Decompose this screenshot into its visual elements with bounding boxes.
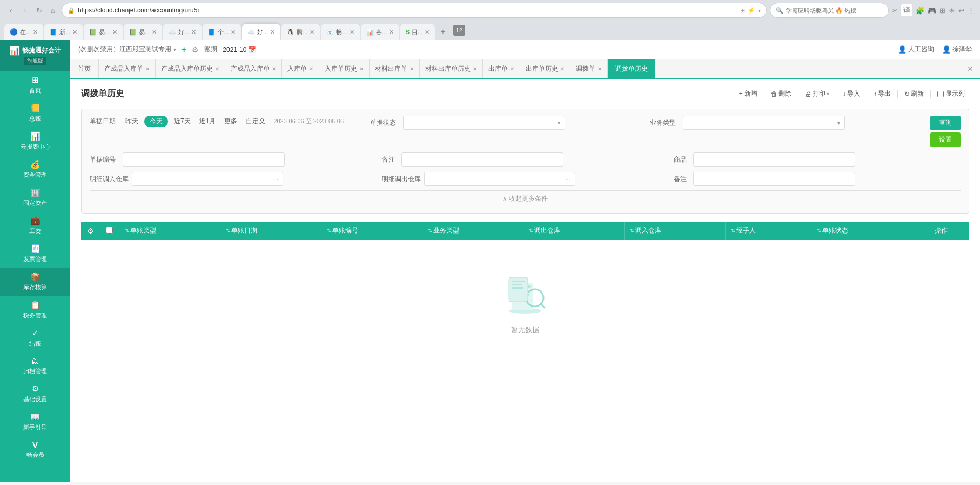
browser-search-bar[interactable]: 🔍 学霸应聘场驱鸟员 🔥 热搜 — [770, 3, 889, 18]
tab-inbound-history[interactable]: 入库单历史 ✕ — [319, 59, 370, 78]
date-7days-btn[interactable]: 近7天 — [171, 116, 193, 127]
sidebar-item-invoice[interactable]: 🧾 发票管理 — [0, 240, 70, 268]
detail-out-input[interactable]: ··· — [424, 172, 575, 186]
sidebar-item-inventory[interactable]: 📦 库存核算 — [0, 268, 70, 296]
th-in-warehouse[interactable]: ⇅ 调入仓库 — [625, 222, 726, 240]
sidebar-item-fixed-assets[interactable]: 🏢 固定资产 — [0, 183, 70, 211]
doc-number-input[interactable] — [123, 152, 285, 167]
th-doc-no[interactable]: ⇅ 单账编号 — [321, 222, 422, 240]
th-doc-date[interactable]: ⇅ 单账日期 — [220, 222, 321, 240]
tab-transfer[interactable]: 调拨单 ✕ — [570, 59, 608, 78]
th-doc-status[interactable]: ⇅ 单账状态 — [811, 222, 912, 240]
date-yesterday-btn[interactable]: 昨天 — [123, 116, 141, 127]
detail-in-input[interactable]: ··· — [132, 172, 283, 186]
tab-outbound-history[interactable]: 出库单历史 ✕ — [520, 59, 570, 78]
browser-tab-1[interactable]: 🔵 在... ✕ — [4, 24, 43, 40]
tab-inbound[interactable]: 入库单 ✕ — [282, 59, 319, 78]
tab-material-outbound[interactable]: 材料出库单 ✕ — [370, 59, 420, 78]
import-btn[interactable]: ↓ 导入 — [838, 87, 864, 101]
new-btn[interactable]: + 新增 — [735, 87, 762, 101]
settings-button[interactable]: 设置 — [930, 132, 961, 147]
browser-tab-8[interactable]: 📧 畅... ✕ — [321, 24, 359, 40]
date-more-btn[interactable]: 更多 — [221, 116, 240, 127]
browser-home-btn[interactable]: ⌂ — [48, 5, 58, 16]
th-check[interactable] — [100, 222, 119, 240]
date-today-btn[interactable]: 今天 — [144, 116, 168, 127]
tab-close-3[interactable]: ✕ — [272, 66, 276, 72]
tab-close-8[interactable]: ✕ — [510, 66, 514, 72]
tab-outbound[interactable]: 出库单 ✕ — [483, 59, 520, 78]
th-gear[interactable]: ⚙ — [81, 222, 100, 240]
browser-refresh-btn[interactable]: ↻ — [33, 5, 44, 16]
tab-home[interactable]: 首页 — [70, 59, 99, 78]
filter-collapse-bar[interactable]: ∧ 收起更多条件 — [90, 190, 961, 207]
tab-close-2[interactable]: ✕ — [215, 66, 219, 72]
tab-product-inbound[interactable]: 产成品入库单 ✕ — [99, 59, 156, 78]
tab-close-7[interactable]: ✕ — [473, 66, 477, 72]
th-out-warehouse[interactable]: ⇅ 调出仓库 — [523, 222, 625, 240]
browser-forward-btn[interactable]: › — [19, 5, 30, 16]
browser-back-btn[interactable]: ‹ — [5, 5, 16, 16]
browser-address-bar[interactable]: 🔒 https://cloud.chanjet.com/accounting/u… — [62, 3, 767, 18]
page-tab-bar: 首页 产成品入库单 ✕ 产成品入库单历史 ✕ 产成品入库单 ✕ 入库单 ✕ 入库… — [70, 59, 980, 79]
browser-tab-3[interactable]: 📗 易... ✕ — [84, 24, 122, 40]
tab-material-outbound-history[interactable]: 材料出库单历史 ✕ — [420, 59, 483, 78]
sidebar-item-guide[interactable]: 📖 新手引导 — [0, 408, 70, 436]
sidebar-item-tax[interactable]: 📋 税务管理 — [0, 296, 70, 324]
tab-product-inbound-history[interactable]: 产成品入库单历史 ✕ — [156, 59, 225, 78]
sidebar-item-settings[interactable]: ⚙ 基础设置 — [0, 380, 70, 408]
browser-tab-9[interactable]: 📊 各... ✕ — [361, 24, 399, 40]
select-all-checkbox[interactable] — [106, 227, 113, 234]
tab-product-inbound2[interactable]: 产成品入库单 ✕ — [225, 59, 282, 78]
export-btn[interactable]: ↑ 导出 — [869, 87, 895, 101]
refresh-btn[interactable]: ↻ 刷新 — [900, 87, 928, 101]
sidebar-item-member[interactable]: V 畅会员 — [0, 436, 70, 463]
tab-close-4[interactable]: ✕ — [309, 66, 313, 72]
sidebar-item-reports[interactable]: 📊 云报表中心 — [0, 127, 70, 155]
tab-close-9[interactable]: ✕ — [560, 66, 565, 72]
delete-btn[interactable]: 🗑 删除 — [767, 87, 796, 101]
browser-tab-2[interactable]: 📘 新... ✕ — [44, 24, 83, 40]
status-select[interactable]: ▾ — [403, 116, 565, 130]
add-company-btn[interactable]: + — [182, 45, 186, 55]
print-btn[interactable]: 🖨 打印 ▾ — [801, 87, 834, 101]
company-selector[interactable]: (勿删勿禁用）江西服宝测试专用 ▾ — [78, 45, 176, 54]
th-handler[interactable]: ⇅ 经手人 — [726, 222, 811, 240]
user-btn[interactable]: 👤 徐泽华 — [942, 45, 972, 54]
sidebar-item-closing[interactable]: ✓ 结账 — [0, 324, 70, 352]
biz-type-select[interactable]: ▾ — [683, 116, 845, 130]
sidebar-item-home[interactable]: ⊞ 首页 — [0, 71, 70, 99]
new-tab-btn[interactable]: + — [436, 24, 449, 40]
note2-filter-input[interactable] — [693, 172, 855, 186]
display-cols-input[interactable] — [937, 91, 944, 97]
browser-tab-7[interactable]: 🐧 腾... ✕ — [281, 24, 320, 40]
goods-filter-input[interactable]: ··· — [693, 152, 855, 167]
browser-tab-6[interactable]: 📘 个... ✕ — [203, 24, 241, 40]
settings-gear-icon[interactable]: ⚙ — [192, 45, 199, 54]
date-month-btn[interactable]: 近1月 — [197, 116, 219, 127]
browser-tab-active[interactable]: ☁️ 好... ✕ — [242, 24, 280, 40]
tab-close-all[interactable]: ✕ — [961, 64, 980, 73]
note-filter-group: 备注 — [382, 152, 669, 167]
browser-tab-4[interactable]: 📗 易... ✕ — [124, 24, 162, 40]
period-value[interactable]: 2021-10 📅 — [223, 46, 256, 54]
sidebar-item-ledger[interactable]: 📒 总账 — [0, 99, 70, 127]
note-filter-input[interactable] — [401, 152, 563, 167]
query-button[interactable]: 查询 — [930, 116, 961, 130]
undo-icon: ↩ — [958, 6, 964, 15]
tab-close-6[interactable]: ✕ — [410, 66, 414, 72]
sidebar-item-capital[interactable]: 💰 资金管理 — [0, 155, 70, 183]
sidebar-item-archive[interactable]: 🗂 归档管理 — [0, 352, 70, 380]
tab-close-10[interactable]: ✕ — [598, 66, 602, 72]
tab-transfer-history[interactable]: 调拨单历史 — [608, 59, 655, 78]
date-custom-btn[interactable]: 自定义 — [243, 116, 268, 127]
tab-close-5[interactable]: ✕ — [359, 66, 364, 72]
sidebar-item-payroll[interactable]: 💼 工资 — [0, 211, 70, 240]
display-cols-checkbox[interactable]: 显示列 — [933, 87, 969, 101]
th-biz-type[interactable]: ⇅ 业务类型 — [422, 222, 523, 240]
browser-tab-10[interactable]: S 目... ✕ — [400, 24, 435, 40]
th-doc-type[interactable]: ⇅ 单账类型 — [119, 222, 220, 240]
browser-tab-5[interactable]: ☁️ 好... ✕ — [163, 24, 202, 40]
service-btn[interactable]: 👤 人工咨询 — [898, 45, 934, 54]
tab-close-1[interactable]: ✕ — [145, 66, 150, 72]
